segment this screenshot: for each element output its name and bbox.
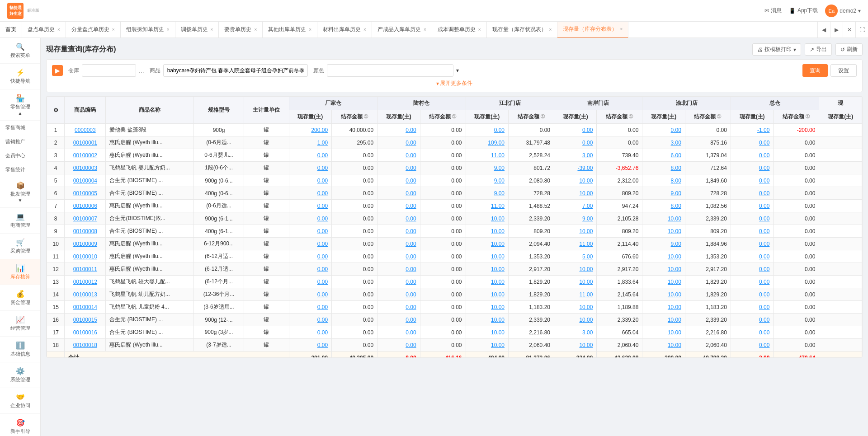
- cur-qty-sub-header: 现存量(主): [819, 110, 862, 124]
- jb-amt-info[interactable]: ①: [540, 113, 545, 120]
- row-code: 00100011: [65, 263, 106, 276]
- sidebar-item-ecom[interactable]: 💻 电商管理: [0, 208, 40, 234]
- zc-amt-info[interactable]: ①: [805, 113, 810, 120]
- row-zc-amt: 0.00: [774, 314, 819, 326]
- message-btn[interactable]: ✉ 消息: [764, 7, 782, 14]
- wholesale-icon: 📦: [2, 181, 38, 190]
- row-no: 9: [47, 225, 65, 238]
- tab-close-icon[interactable]: ×: [424, 27, 426, 32]
- warehouse-input[interactable]: [82, 64, 136, 77]
- app-icon: 📱: [789, 8, 796, 14]
- row-zc-qty: 0.00: [731, 225, 773, 238]
- sidebar-item-retail[interactable]: 🏪 零售管理 ▲: [0, 89, 40, 121]
- tab-close-icon[interactable]: ×: [478, 27, 481, 32]
- row-no: 18: [47, 339, 65, 352]
- tab-label: 现存量（库存状况表）: [492, 26, 547, 33]
- row-zc-amt: 0.00: [774, 263, 819, 276]
- tab-bar: 首页 盘点单历史 × 分量盘点单历史 × 组装拆卸单历史 × 调拨单历史 × 要…: [0, 22, 868, 38]
- tab-prev-btn[interactable]: ◀: [817, 22, 830, 38]
- tab-other-out[interactable]: 其他出库单历史 ×: [263, 22, 317, 38]
- l-amt-info[interactable]: ①: [452, 113, 457, 120]
- row-zc-qty: 0.00: [731, 187, 773, 200]
- expand-btn[interactable]: ▾ 展开更多条件: [436, 80, 472, 87]
- tab-product-in[interactable]: 产成品入库单历史 ×: [372, 22, 432, 38]
- yubei-store-header: 渝北门店: [642, 97, 731, 110]
- sidebar-sub-item-stats[interactable]: 零售统计: [0, 163, 40, 177]
- tab-cost-adjust[interactable]: 成本调整单历史 ×: [432, 22, 487, 38]
- sidebar-item-inventory[interactable]: 📊 库存核算: [0, 259, 40, 285]
- tab-home[interactable]: 首页: [0, 22, 22, 38]
- row-jb-qty: 10.00: [466, 326, 508, 339]
- row-spec: 900g (6-1...: [194, 212, 244, 225]
- user-area[interactable]: Ea demo2 ▾: [825, 5, 861, 17]
- color-input[interactable]: [327, 64, 453, 77]
- row-jb-qty: 11.00: [466, 200, 508, 212]
- product-input[interactable]: [163, 64, 308, 77]
- yb-amt-info[interactable]: ①: [717, 113, 722, 120]
- tab-sub-inventory[interactable]: 分量盘点单历史 ×: [66, 22, 121, 38]
- tab-transfer[interactable]: 调拨单历史 ×: [175, 22, 219, 38]
- row-cur-qty: [819, 263, 862, 276]
- tab-close-icon[interactable]: ×: [309, 27, 311, 32]
- filter-toggle-btn[interactable]: ▶: [52, 65, 63, 76]
- row-yb-qty: 8.00: [642, 174, 685, 187]
- app-download-btn[interactable]: 📱 App下载: [789, 7, 818, 14]
- tab-order[interactable]: 要货单历史 ×: [219, 22, 263, 38]
- tab-expand-btn[interactable]: ⛶: [855, 22, 868, 38]
- sidebar-item-management[interactable]: 📈 经营管理: [0, 311, 40, 337]
- tab-close-icon[interactable]: ×: [549, 27, 552, 32]
- sidebar-item-system[interactable]: ⚙️ 系统管理: [0, 362, 40, 388]
- row-yb-qty: 10.00: [642, 276, 685, 288]
- row-yb-amt: 1,829.20: [685, 288, 731, 301]
- row-jb-amt: 809.20: [509, 225, 554, 238]
- row-unit: 罐: [244, 263, 289, 276]
- filter-row-1: ▶ 仓库 ... 商品 颜色 ▾ 查询 设置: [52, 64, 857, 77]
- tab-inventory-check[interactable]: 盘点单历史 ×: [22, 22, 66, 38]
- export-btn[interactable]: ↗ 导出: [805, 43, 832, 56]
- row-cur-qty: [819, 212, 862, 225]
- print-btn[interactable]: 🖨 按模板打印 ▾: [752, 43, 801, 56]
- tab-close-icon[interactable]: ×: [112, 27, 115, 32]
- sidebar-item-basic[interactable]: ℹ️ 基础信息: [0, 337, 40, 362]
- refresh-btn[interactable]: ↺ 刷新: [835, 43, 863, 56]
- username: demo2: [840, 8, 856, 14]
- row-na-qty: 11.00: [554, 238, 596, 250]
- tab-close-icon[interactable]: ×: [620, 27, 623, 32]
- row-na-qty: 10.00: [554, 314, 596, 326]
- sidebar-sub-item-marketing[interactable]: 营销推广: [0, 135, 40, 149]
- sidebar-item-wholesale[interactable]: 📦 批发管理 ▼: [0, 177, 40, 208]
- sidebar-sub-item-member[interactable]: 会员中心: [0, 149, 40, 163]
- query-btn[interactable]: 查询: [802, 64, 828, 77]
- table-row: 15 00100014 飞鹤星飞帆 儿童奶粉 4... (3-6岁适用... 罐…: [47, 301, 862, 314]
- tab-stock-status[interactable]: 现存量（库存状况表） ×: [487, 22, 558, 38]
- tab-close-icon[interactable]: ×: [57, 27, 60, 32]
- tab-assembly[interactable]: 组装拆卸单历史 ×: [121, 22, 175, 38]
- sidebar-item-finance[interactable]: 💰 资金管理: [0, 285, 40, 311]
- tab-close-all-btn[interactable]: ✕: [843, 22, 855, 38]
- tab-close-icon[interactable]: ×: [363, 27, 366, 32]
- tab-close-icon[interactable]: ×: [254, 27, 257, 32]
- tab-stock-dist[interactable]: 现存量（库存分布表） ×: [557, 22, 628, 38]
- tab-close-icon[interactable]: ×: [167, 27, 170, 32]
- sidebar-item-corp[interactable]: 🤝 企业协同: [0, 388, 40, 414]
- refresh-icon: ↺: [840, 47, 845, 53]
- sidebar-item-purchase[interactable]: 🛒 采购管理: [0, 234, 40, 259]
- na-amt-info[interactable]: ①: [628, 113, 633, 120]
- sidebar-item-nav[interactable]: ⚡ 快捷导航: [0, 64, 40, 89]
- sidebar-item-search[interactable]: 🔍 搜索英单: [0, 38, 40, 64]
- tab-next-btn[interactable]: ▶: [830, 22, 843, 38]
- sidebar-item-guide[interactable]: 🎯 新手引导: [0, 414, 40, 436]
- tab-label: 成本调整单历史: [438, 26, 476, 33]
- tab-material-out[interactable]: 材料出库单历史 ×: [317, 22, 372, 38]
- row-jb-amt: 801.72: [509, 162, 554, 174]
- row-name: 合生元 (BIOSTIME) ...: [106, 225, 194, 238]
- table-container[interactable]: ⚙ 商品编码 商品名称 规格型号 主计量单位 厂家仓 陆村仓 江北门店 南岸门店…: [46, 96, 863, 358]
- setting-btn[interactable]: 设置: [830, 64, 857, 77]
- row-spec: 400g (0-6...: [194, 187, 244, 200]
- f-amt-info[interactable]: ①: [363, 113, 368, 120]
- settings-col-header[interactable]: ⚙: [47, 97, 65, 124]
- row-na-qty: 10.00: [554, 187, 596, 200]
- tab-close-icon[interactable]: ×: [211, 27, 213, 32]
- sidebar-sub-item-mall[interactable]: 零售商城: [0, 121, 40, 135]
- row-cur-qty: [819, 124, 862, 136]
